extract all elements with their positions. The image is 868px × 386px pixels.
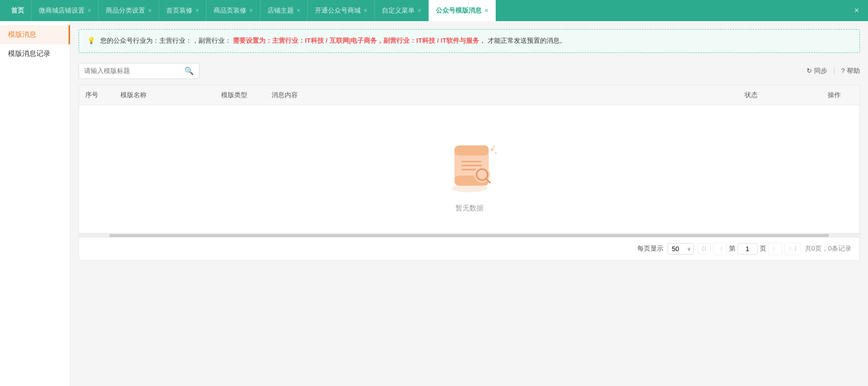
nav-tab-1-close[interactable]: × bbox=[88, 7, 91, 14]
help-button[interactable]: ? 帮助 bbox=[841, 66, 860, 75]
sidebar-item-template-msg-record-label: 模版消息记录 bbox=[8, 49, 50, 57]
page-prefix: 第 bbox=[729, 244, 736, 253]
th-name: 模版名称 bbox=[114, 86, 215, 105]
nav-tab-8[interactable]: 公众号模版消息 × bbox=[429, 0, 496, 21]
scrollbar-thumb[interactable] bbox=[109, 234, 829, 237]
sync-label: 同步 bbox=[814, 66, 827, 75]
main-content: 💡 您的公众号行业为：主营行业：，副营行业： 需要设置为：主营行业：IT科技 /… bbox=[71, 21, 868, 386]
page-suffix: 页 bbox=[760, 244, 766, 253]
per-page-label: 每页显示 bbox=[637, 244, 663, 253]
horizontal-scrollbar[interactable] bbox=[79, 233, 859, 237]
nav-tab-4[interactable]: 商品页装修 × bbox=[207, 0, 260, 21]
nav-tab-2-close[interactable]: × bbox=[148, 7, 152, 14]
nav-tab-6-close[interactable]: × bbox=[364, 7, 367, 14]
empty-text: 暂无数据 bbox=[455, 204, 484, 213]
notice-icon: 💡 bbox=[87, 37, 95, 44]
svg-point-8 bbox=[495, 152, 497, 154]
layout: 模版消息 模版消息记录 💡 您的公众号行业为：主营行业：，副营行业： 需要设置为… bbox=[0, 21, 868, 386]
nav-tab-8-label: 公众号模版消息 bbox=[436, 6, 482, 15]
toolbar-divider: | bbox=[833, 67, 835, 74]
nav-tab-1[interactable]: 微商城店铺设置 × bbox=[32, 0, 99, 21]
nav-tab-7[interactable]: 自定义菜单 × bbox=[375, 0, 429, 21]
nav-tab-7-label: 自定义菜单 bbox=[382, 6, 415, 15]
empty-illustration bbox=[439, 135, 500, 196]
nav-tab-home[interactable]: 首页 bbox=[4, 0, 32, 21]
table-header: 序号 模版名称 模版类型 消息内容 状态 操作 bbox=[79, 86, 859, 105]
search-row: 🔍 ↻ 同步 | ? 帮助 bbox=[79, 63, 860, 79]
nav-tab-3-label: 首页装修 bbox=[166, 6, 192, 15]
nav-tab-3[interactable]: 首页装修 × bbox=[159, 0, 207, 21]
top-nav: 首页 微商城店铺设置 × 商品分类设置 × 首页装修 × 商品页装修 × 店铺主… bbox=[0, 0, 868, 21]
sidebar-item-template-msg[interactable]: 模版消息 bbox=[0, 25, 70, 44]
notice-highlight-text: 需要设置为：主营行业：IT科技 / 互联网|电子商务，副营行业：IT科技 / I… bbox=[233, 37, 486, 44]
th-type: 模版类型 bbox=[215, 86, 265, 105]
total-text: 共0页，0条记录 bbox=[805, 244, 851, 253]
notice-box: 💡 您的公众号行业为：主营行业：，副营行业： 需要设置为：主营行业：IT科技 /… bbox=[79, 29, 860, 53]
help-icon: ? bbox=[841, 67, 845, 74]
nav-tab-5-close[interactable]: × bbox=[297, 7, 300, 14]
th-seq: 序号 bbox=[79, 86, 114, 105]
pagination: 每页显示 10 20 50 100 ⟨⟨ 〈 第 页 〉 〉⟩ bbox=[79, 237, 859, 260]
nav-tab-1-label: 微商城店铺设置 bbox=[39, 6, 85, 15]
notice-text-suffix: 才能正常发送预置的消息。 bbox=[488, 37, 566, 44]
nav-tab-2-label: 商品分类设置 bbox=[106, 6, 145, 15]
nav-tab-6[interactable]: 开通公众号商城 × bbox=[308, 0, 375, 21]
nav-tab-7-close[interactable]: × bbox=[418, 7, 421, 14]
nav-tab-2[interactable]: 商品分类设置 × bbox=[99, 0, 159, 21]
svg-point-7 bbox=[491, 148, 494, 151]
th-status: 状态 bbox=[739, 86, 809, 105]
per-page-select[interactable]: 10 20 50 100 bbox=[667, 243, 694, 255]
sync-button[interactable]: ↻ 同步 bbox=[807, 66, 827, 75]
next-page-button[interactable]: 〉 bbox=[768, 243, 782, 255]
prev-page-button[interactable]: 〈 bbox=[713, 243, 727, 255]
nav-tab-4-close[interactable]: × bbox=[249, 7, 253, 14]
nav-tab-6-label: 开通公众号商城 bbox=[315, 6, 361, 15]
th-ops: 操作 bbox=[809, 86, 859, 105]
empty-state: 暂无数据 bbox=[79, 105, 859, 233]
nav-tab-8-close[interactable]: × bbox=[485, 7, 488, 14]
nav-tab-5[interactable]: 店铺主题 × bbox=[260, 0, 308, 21]
page-number-input[interactable] bbox=[738, 243, 758, 255]
nav-tab-home-label: 首页 bbox=[11, 6, 24, 15]
sidebar-item-template-msg-record[interactable]: 模版消息记录 bbox=[0, 44, 70, 63]
close-all-button[interactable]: × bbox=[849, 6, 864, 15]
page-nav: ⟨⟨ 〈 第 页 〉 〉⟩ bbox=[698, 243, 801, 255]
data-table: 序号 模版名称 模版类型 消息内容 状态 操作 bbox=[79, 85, 860, 261]
nav-tab-3-close[interactable]: × bbox=[195, 7, 199, 14]
nav-tab-5-label: 店铺主题 bbox=[268, 6, 294, 15]
search-button[interactable]: 🔍 bbox=[179, 63, 199, 79]
help-label: 帮助 bbox=[847, 66, 860, 75]
nav-tab-4-label: 商品页装修 bbox=[214, 6, 246, 15]
per-page-select-wrap: 10 20 50 100 bbox=[667, 243, 694, 255]
first-page-button[interactable]: ⟨⟨ bbox=[698, 243, 711, 254]
th-content: 消息内容 bbox=[265, 86, 739, 105]
sync-icon: ↻ bbox=[807, 67, 812, 74]
sidebar-item-template-msg-label: 模版消息 bbox=[8, 30, 36, 38]
search-input-wrap: 🔍 bbox=[79, 63, 199, 79]
search-input[interactable] bbox=[79, 64, 179, 78]
sidebar: 模版消息 模版消息记录 bbox=[0, 21, 71, 386]
svg-point-9 bbox=[493, 145, 495, 147]
last-page-button[interactable]: 〉⟩ bbox=[784, 243, 801, 255]
search-actions: ↻ 同步 | ? 帮助 bbox=[807, 66, 860, 75]
notice-text-prefix: 您的公众号行业为：主营行业：，副营行业： bbox=[100, 37, 231, 44]
